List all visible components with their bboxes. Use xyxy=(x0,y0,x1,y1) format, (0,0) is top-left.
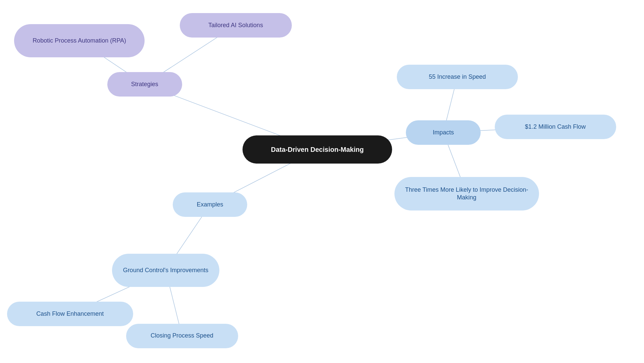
decision-making-label: Three Times More Likely to Improve Decis… xyxy=(404,186,530,202)
ground-controls-node: Ground Control's Improvements xyxy=(112,254,219,287)
ground-controls-label: Ground Control's Improvements xyxy=(123,266,209,274)
examples-node: Examples xyxy=(173,192,248,217)
tailored-ai-label: Tailored AI Solutions xyxy=(208,21,263,29)
impacts-label: Impacts xyxy=(433,129,454,136)
center-node: Data-Driven Decision-Making xyxy=(243,135,392,164)
cash-flow-million-node: $1.2 Million Cash Flow xyxy=(495,115,616,139)
strategies-label: Strategies xyxy=(131,80,158,88)
decision-making-node: Three Times More Likely to Improve Decis… xyxy=(394,177,539,210)
rpa-label: Robotic Process Automation (RPA) xyxy=(33,37,126,45)
rpa-node: Robotic Process Automation (RPA) xyxy=(14,24,145,57)
center-label: Data-Driven Decision-Making xyxy=(271,145,364,154)
strategies-node: Strategies xyxy=(107,72,182,97)
speed-increase-label: 55 Increase in Speed xyxy=(429,73,486,81)
impacts-node: Impacts xyxy=(406,120,481,145)
tailored-ai-node: Tailored AI Solutions xyxy=(180,13,292,38)
cash-flow-enh-node: Cash Flow Enhancement xyxy=(7,302,133,326)
closing-process-node: Closing Process Speed xyxy=(126,324,238,348)
examples-label: Examples xyxy=(197,201,223,208)
cash-flow-million-label: $1.2 Million Cash Flow xyxy=(525,123,586,131)
speed-increase-node: 55 Increase in Speed xyxy=(397,65,518,89)
cash-flow-enh-label: Cash Flow Enhancement xyxy=(36,310,104,318)
closing-process-label: Closing Process Speed xyxy=(151,332,213,340)
